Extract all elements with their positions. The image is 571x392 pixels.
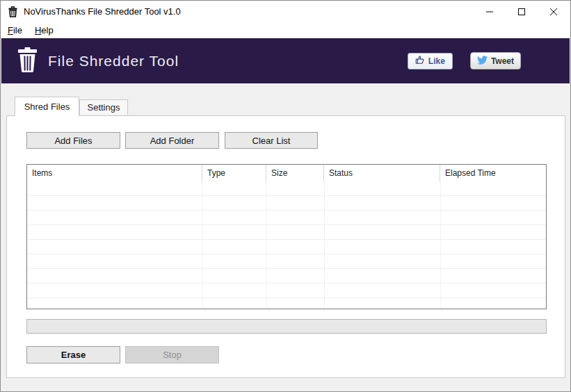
title-bar: NoVirusThanks File Shredder Tool v1.0 [1, 1, 570, 22]
stop-button: Stop [125, 346, 219, 364]
facebook-like-button[interactable]: Like [408, 53, 453, 70]
tweet-label: Tweet [491, 56, 514, 66]
close-button[interactable] [538, 1, 570, 22]
app-banner: File Shredder Tool Like Tweet [1, 38, 570, 83]
maximize-button[interactable] [506, 1, 538, 22]
add-folder-button[interactable]: Add Folder [125, 132, 219, 149]
window-controls [474, 1, 570, 22]
tab-settings[interactable]: Settings [79, 99, 128, 115]
menu-file[interactable]: File [1, 23, 29, 38]
table-body-empty[interactable] [27, 181, 546, 309]
add-files-button[interactable]: Add Files [26, 132, 120, 149]
column-header-size[interactable]: Size [266, 165, 324, 181]
social-buttons: Like Tweet [408, 52, 521, 70]
column-header-status[interactable]: Status [324, 165, 440, 181]
shred-files-panel: Add Files Add Folder Clear List Items Ty… [6, 115, 565, 378]
menu-bar: File Help [1, 22, 570, 38]
shred-progress-bar [26, 319, 547, 334]
minimize-button[interactable] [474, 1, 506, 22]
thumbs-up-icon [415, 55, 425, 67]
column-gridline [266, 181, 267, 309]
window-title: NoVirusThanks File Shredder Tool v1.0 [24, 6, 181, 17]
table-header-row: Items Type Size Status Elapsed Time [27, 165, 546, 181]
column-header-type[interactable]: Type [202, 165, 266, 181]
menu-help[interactable]: Help [29, 23, 60, 38]
app-window: NoVirusThanks File Shredder Tool v1.0 Fi… [0, 0, 571, 392]
erase-button[interactable]: Erase [26, 346, 120, 364]
tab-shred-files[interactable]: Shred Files [15, 97, 79, 116]
trash-banner-icon [17, 47, 38, 75]
column-header-items[interactable]: Items [27, 165, 202, 181]
file-list-table[interactable]: Items Type Size Status Elapsed Time [26, 164, 547, 309]
like-label: Like [428, 56, 445, 66]
clear-list-button[interactable]: Clear List [225, 132, 318, 149]
column-gridline [202, 181, 203, 309]
column-gridline [324, 181, 325, 309]
app-title: File Shredder Tool [48, 53, 179, 70]
tweet-button[interactable]: Tweet [470, 52, 521, 70]
twitter-bird-icon [477, 56, 488, 67]
trash-app-icon [8, 6, 18, 17]
column-gridline [440, 181, 441, 309]
column-header-elapsed[interactable]: Elapsed Time [440, 165, 546, 181]
